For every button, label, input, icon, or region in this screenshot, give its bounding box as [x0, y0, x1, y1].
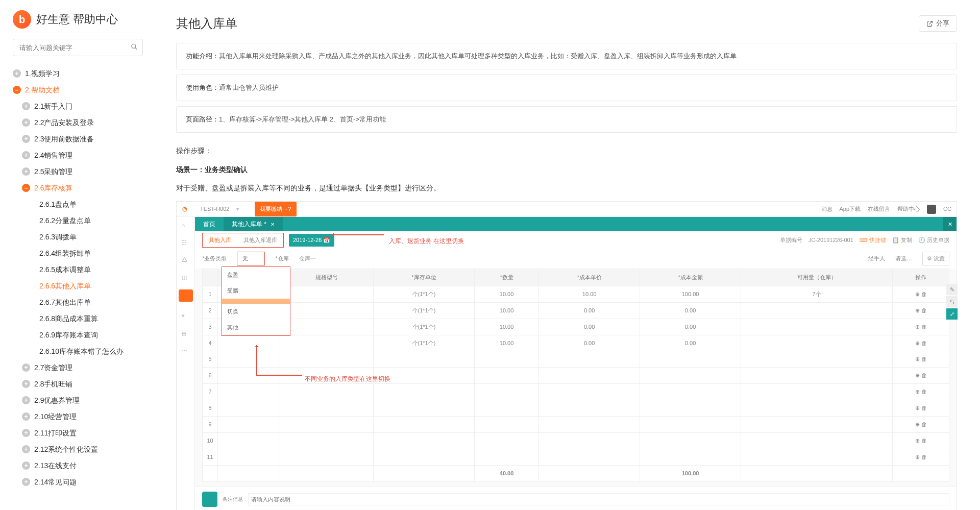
callout-1: 入库、退货业务 在这里切换: [389, 235, 464, 247]
money-icon: ¥: [182, 311, 190, 319]
nav-sec1[interactable]: +1.视频学习: [13, 65, 143, 82]
main-content: 其他入库单 分享 功能介绍：其他入库单用来处理除采购入库、产成品入库之外的其他入…: [153, 0, 980, 510]
scene1-title: 场景一：业务类型确认: [176, 165, 248, 174]
shot-topbar: ◔ TEST-H002 ▾ 我要缴纳→? 消息 App下载 在线留言 帮助中心 …: [177, 202, 957, 217]
screenshot-1: ◔ TEST-H002 ▾ 我要缴纳→? 消息 App下载 在线留言 帮助中心 …: [176, 201, 957, 510]
page-title: 其他入库单: [176, 15, 237, 32]
chart-icon: ⊞: [182, 328, 190, 336]
shot-top-links: 消息 App下载 在线留言 帮助中心 CC: [821, 204, 957, 214]
share-button[interactable]: 分享: [919, 15, 957, 32]
nav-263[interactable]: 2.6.3调拨单: [13, 229, 143, 245]
nav-212[interactable]: +2.12系统个性化设置: [13, 441, 143, 457]
nav-2610[interactable]: 2.6.10库存账本错了怎么办: [13, 343, 143, 359]
shot-logo-icon: ◔: [177, 204, 193, 214]
more-icon: ⋯: [182, 346, 190, 354]
nav-27[interactable]: +2.7资金管理: [13, 359, 143, 376]
nav-264[interactable]: 2.6.4组装拆卸单: [13, 245, 143, 261]
nav-266[interactable]: 2.6.6其他入库单: [13, 278, 143, 294]
nav-265[interactable]: 2.6.5成本调整单: [13, 261, 143, 278]
shot-note-row: 备注信息: [195, 486, 957, 510]
nav-210[interactable]: +2.10经营管理: [13, 408, 143, 425]
search-input[interactable]: [13, 39, 143, 56]
scene1-text: 对于受赠、盘盈或是拆装入库等不同的业务，是通过单据头【业务类型】进行区分。: [176, 181, 957, 195]
avatar-icon: [927, 205, 936, 214]
svg-point-0: [132, 44, 136, 48]
nav-24[interactable]: +2.4销售管理: [13, 147, 143, 163]
search-box: [13, 39, 143, 56]
info-role: 使用角色：通常由仓管人员维护: [176, 75, 957, 101]
nav-214[interactable]: +2.14常见问题: [13, 474, 143, 490]
brand-row: b 好生意 帮助中心: [13, 10, 143, 29]
doc-icon: ☷: [182, 237, 190, 246]
shot-left-rail: ⌂☷🛆◫¥⊞⋯: [177, 217, 195, 510]
tab-doc: 其他入库单 *✕: [224, 217, 283, 231]
shot-tabs: 首页 其他入库单 *✕ ✕: [195, 217, 957, 231]
nav-29[interactable]: +2.9优惠券管理: [13, 392, 143, 408]
callout-2: 不同业务的入库类型在这里切换: [305, 373, 390, 385]
type-switch: 其他入库 其他入库退库: [202, 233, 284, 248]
nav-211[interactable]: +2.11打印设置: [13, 425, 143, 441]
sidebar: b 好生意 帮助中心 +1.视频学习 –2.帮助文档 +2.1新手入门 +2.2…: [0, 0, 153, 510]
shot-meta-row: 其他入库 其他入库退库 2019-12-26 📅 入库、退货业务 在这里切换 单…: [195, 231, 957, 249]
search-icon[interactable]: [131, 43, 138, 52]
shot-account: TEST-H002: [193, 204, 236, 214]
nav-262[interactable]: 2.6.2分量盘点单: [13, 212, 143, 229]
nav-268[interactable]: 2.6.8商品成本重算: [13, 310, 143, 327]
shot-filters: *业务类型 无 *仓库仓库一 经手人请选… ⚙ 设置: [195, 249, 957, 269]
biztype-select: 无: [237, 252, 265, 265]
nav-261[interactable]: 2.6.1盘点单: [13, 196, 143, 212]
brand-icon: b: [13, 10, 31, 29]
nav-267[interactable]: 2.6.7其他出库单: [13, 294, 143, 310]
home-icon: ⌂: [182, 220, 190, 228]
nav-sec2[interactable]: –2.帮助文档: [13, 82, 143, 98]
nav-269[interactable]: 2.6.9库存账本查询: [13, 327, 143, 343]
nav-213[interactable]: +2.13在线支付: [13, 457, 143, 474]
note-icon: [202, 492, 217, 507]
info-path: 页面路径：1、库存核算->库存管理->其他入库单 2、首页->常用功能: [176, 106, 957, 133]
date-chip: 2019-12-26 📅: [289, 234, 334, 247]
box-icon: ◫: [182, 272, 190, 280]
tab-home: 首页: [195, 217, 224, 231]
nav-28[interactable]: +2.8手机旺铺: [13, 376, 143, 392]
cart-icon: 🛆: [182, 255, 190, 263]
share-icon: [926, 20, 933, 27]
nav-tree: +1.视频学习 –2.帮助文档 +2.1新手入门 +2.2产品安装及登录 +2.…: [13, 65, 143, 490]
brand-title: 好生意 帮助中心: [36, 12, 118, 27]
nav-22[interactable]: +2.2产品安装及登录: [13, 114, 143, 131]
side-tools: ✎⇆⤢: [946, 284, 958, 320]
note-input: [248, 493, 949, 505]
shot-upgrade-button: 我要缴纳→?: [255, 202, 296, 216]
arrow-icon: [333, 234, 384, 235]
article-body: 操作步骤： 场景一：业务类型确认 对于受赠、盘盈或是拆装入库等不同的业务，是通过…: [176, 144, 957, 510]
stock-icon: [179, 289, 193, 302]
arrow-icon: [256, 345, 302, 376]
steps-heading: 操作步骤：: [176, 144, 957, 158]
tabs-close-icon: ✕: [943, 217, 957, 231]
svg-line-1: [135, 47, 137, 50]
nav-25[interactable]: +2.5采购管理: [13, 163, 143, 180]
nav-21[interactable]: +2.1新手入门: [13, 98, 143, 114]
nav-23[interactable]: +2.3使用前数据准备: [13, 131, 143, 147]
nav-26[interactable]: –2.6库存核算: [13, 180, 143, 196]
biztype-dropdown: 盘盈 受赠 切换 其他: [222, 266, 290, 336]
info-intro: 功能介绍：其他入库单用来处理除采购入库、产成品入库之外的其他入库业务，因此其他入…: [176, 43, 957, 69]
